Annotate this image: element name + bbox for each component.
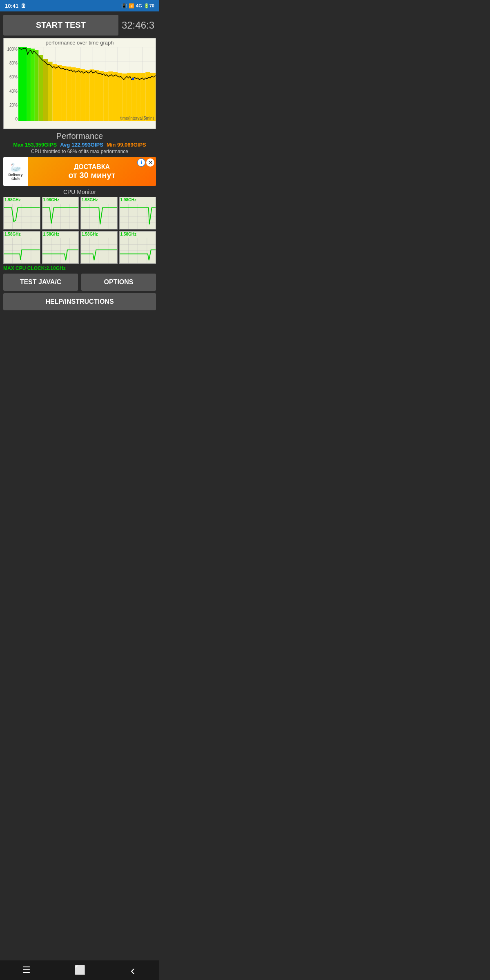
svg-rect-25 (62, 66, 66, 121)
svg-rect-39 (127, 73, 131, 121)
x-axis-label: time(interval 5min) (120, 116, 154, 120)
svg-rect-27 (71, 67, 76, 121)
cpu-chart-2 (81, 204, 117, 229)
perf-min: Min 99,069GIPS (107, 142, 146, 148)
signal-icon: 4G (136, 3, 142, 8)
cpu-cell-6: 1.58GHz (80, 231, 118, 264)
ad-sub-text: от 30 минут (68, 171, 115, 180)
cpu-freq-2: 1.98GHz (81, 197, 117, 203)
svg-rect-20 (38, 55, 43, 121)
perf-avg: Avg 122,993GIPS (60, 142, 103, 148)
ad-banner: 🦢 Delivery Club ДОСТАВКА от 30 минут ℹ ✕ (3, 157, 156, 186)
svg-point-45 (132, 78, 134, 80)
max-cpu-clock: MAX CPU CLOCK:2.10GHz (3, 265, 156, 271)
cpu-cell-2: 1.98GHz (80, 197, 118, 229)
cpu-freq-5: 1.58GHz (42, 232, 79, 237)
svg-rect-21 (43, 59, 48, 121)
options-button[interactable]: OPTIONS (81, 274, 156, 291)
ad-logo-line1: Delivery (8, 173, 22, 177)
timer-display: 32:46:3 (122, 20, 156, 31)
performance-section: Performance Max 153,359GIPS Avg 122,993G… (3, 131, 156, 154)
test-java-c-button[interactable]: TEST JAVA/C (3, 274, 78, 291)
svg-rect-29 (80, 69, 85, 121)
svg-rect-16 (18, 47, 27, 121)
svg-rect-40 (131, 73, 136, 121)
svg-rect-36 (113, 72, 118, 121)
status-bar: 10:41 🗓 📳 📶 4G 🔋70 (0, 0, 159, 11)
y-label-40: 40% (4, 89, 18, 94)
help-instructions-button[interactable]: HELP/INSTRUCTIONS (3, 293, 156, 310)
bottom-buttons-row: TEST JAVA/C OPTIONS (3, 274, 156, 291)
start-test-button[interactable]: START TEST (3, 15, 118, 36)
cpu-cell-1: 1.98GHz (42, 197, 79, 229)
status-right: 📳 📶 4G 🔋70 (121, 3, 154, 9)
status-left: 10:41 🗓 (5, 3, 26, 9)
ad-close-buttons: ℹ ✕ (137, 158, 154, 167)
graph-inner: 100% 80% 60% 40% 20% 0 (4, 47, 156, 129)
cpu-chart-5 (42, 238, 79, 263)
svg-rect-33 (99, 71, 103, 121)
svg-rect-34 (104, 72, 108, 121)
svg-rect-18 (31, 49, 34, 121)
svg-rect-17 (27, 48, 31, 121)
cpu-cell-4: 1.58GHz (3, 231, 40, 264)
y-label-80: 80% (4, 61, 18, 65)
cpu-freq-6: 1.58GHz (81, 232, 117, 237)
svg-rect-24 (57, 65, 62, 121)
ad-main-text: ДОСТАВКА (74, 163, 110, 171)
svg-rect-43 (145, 72, 150, 121)
ad-close-button[interactable]: ✕ (146, 158, 154, 167)
cpu-freq-3: 1.98GHz (120, 197, 156, 203)
svg-rect-44 (150, 73, 156, 121)
cpu-cell-7: 1.58GHz (119, 231, 156, 264)
ad-info-button[interactable]: ℹ (137, 158, 145, 167)
svg-rect-22 (48, 62, 52, 121)
ad-content[interactable]: ДОСТАВКА от 30 минут (28, 157, 156, 186)
calendar-icon: 🗓 (21, 3, 26, 9)
cpu-cell-0: 1.98GHz (3, 197, 40, 229)
main-content: START TEST 32:46:3 performance over time… (0, 11, 159, 316)
cpu-chart-4 (4, 238, 40, 263)
svg-rect-35 (108, 71, 113, 121)
performance-title: Performance (3, 131, 156, 141)
cpu-chart-6 (81, 238, 117, 263)
cpu-grid-bottom: 1.58GHz 1.58GHz (3, 231, 156, 264)
vibrate-icon: 📳 (121, 3, 127, 9)
svg-rect-26 (67, 67, 71, 121)
ad-logo-line2: Club (11, 177, 20, 181)
cpu-chart-0 (4, 204, 40, 229)
y-label-0: 0 (4, 117, 18, 121)
graph-area: time(interval 5min) (18, 47, 156, 121)
graph-title: performance over time graph (4, 38, 156, 47)
performance-graph-container: performance over time graph 100% 80% 60%… (3, 38, 156, 129)
svg-rect-30 (85, 70, 89, 121)
graph-y-labels: 100% 80% 60% 40% 20% 0 (4, 47, 18, 121)
performance-svg (18, 47, 156, 121)
time: 10:41 (5, 3, 18, 9)
svg-rect-38 (122, 74, 127, 121)
cpu-freq-1: 1.98GHz (42, 197, 79, 203)
wifi-icon: 📶 (129, 3, 134, 9)
y-label-20: 20% (4, 103, 18, 107)
svg-rect-37 (118, 73, 122, 121)
perf-max: Max 153,359GIPS (13, 142, 57, 148)
svg-rect-31 (90, 69, 94, 121)
svg-rect-19 (35, 50, 38, 121)
svg-rect-42 (141, 73, 145, 121)
perf-throttle: CPU throttled to 68% of its max performa… (3, 149, 156, 154)
ad-logo: 🦢 Delivery Club (3, 157, 28, 186)
cpu-grid-top: 1.98GHz 1.98GHz (3, 197, 156, 229)
y-label-60: 60% (4, 75, 18, 79)
top-row: START TEST 32:46:3 (3, 15, 156, 36)
svg-rect-23 (53, 64, 57, 121)
battery-icon: 🔋70 (144, 3, 154, 9)
cpu-chart-1 (42, 204, 79, 229)
cpu-freq-0: 1.98GHz (4, 197, 40, 203)
y-label-100: 100% (4, 47, 18, 51)
cpu-chart-3 (120, 204, 156, 229)
cpu-cell-3: 1.98GHz (119, 197, 156, 229)
ad-ostrich-icon: 🦢 (10, 162, 21, 173)
cpu-cell-5: 1.58GHz (42, 231, 79, 264)
cpu-chart-7 (120, 238, 156, 263)
svg-rect-32 (94, 70, 99, 121)
